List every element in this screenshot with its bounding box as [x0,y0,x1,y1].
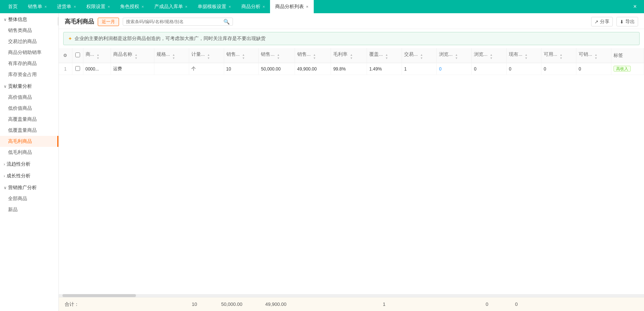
th-settings[interactable]: ⚙ [59,48,72,63]
close-inbound-tab[interactable]: × [185,4,187,9]
table-row: 1 0000... 运费 个 10 50,000.00 49,900.00 99… [59,63,644,75]
sidebar: 《 ∨ 整体信息 销售类商品 交易过的商品 商品分销助销率 有库存的商品 库存资… [0,13,59,311]
top-nav: 首页 销售单 × 进货单 × 权限设置 × 角色授权 × 产成品入库单 × 单据… [0,0,644,13]
sidebar-item-distribution-rate[interactable]: 商品分销助销率 [0,47,58,58]
nav-purchase[interactable]: 进货单 × [52,0,81,13]
th-sale-amount[interactable]: 销售... ▲▼ [259,48,295,63]
arrow-icon-3: › [4,162,5,166]
row-view1[interactable]: 0 [437,63,472,75]
search-icon[interactable]: 🔍 [223,19,230,25]
nav-home[interactable]: 首页 [3,0,23,13]
row-checkbox-cell[interactable] [72,63,83,75]
filter-date-button[interactable]: 近一月 [98,18,119,26]
th-tag[interactable]: 标签 [611,48,644,63]
select-all-checkbox[interactable] [75,53,80,57]
info-icon: ✦ [68,36,72,41]
export-button[interactable]: ⬇ 导出 [616,17,638,26]
row-sellable: 0 [576,63,611,75]
th-current-stock[interactable]: 现有... ▲▼ [507,48,542,63]
row-view2: 0 [472,63,507,75]
sidebar-group-marketing[interactable]: ∨ 营销推广分析 [0,181,58,193]
content-area: 高毛利商品 近一月 🔍 ↗ 分享 ⬇ 导出 ✦ 企业的主要的利润都是这部分商品创… [59,13,644,311]
nav-goods-analysis[interactable]: 商品分析 × [236,0,270,13]
row-checkbox[interactable] [75,66,80,71]
window-close-button[interactable]: × [629,3,641,10]
tag-badge: 高收入 [614,66,631,72]
th-sellable[interactable]: 可销... ▲▼ [576,48,611,63]
sidebar-item-low-margin[interactable]: 低毛利商品 [0,147,58,158]
sidebar-section-overview: ∨ 整体信息 销售类商品 交易过的商品 商品分销助销率 有库存的商品 库存资金占… [0,13,58,80]
close-goods-list-tab[interactable]: × [306,4,308,9]
table-container[interactable]: ⚙ 商... ▲▼ 商品名称 ▲▼ 规格... ▲▼ [59,48,644,311]
sidebar-group-contribution[interactable]: ∨ 贡献量分析 [0,80,58,92]
th-code[interactable]: 商... ▲▼ [83,48,111,63]
row-sale-count: 10 [224,63,259,75]
sidebar-item-all-goods[interactable]: 全部商品 [0,193,58,204]
th-view1[interactable]: 浏览... ▲▼ [437,48,472,63]
arrow-icon: ∨ [4,17,7,22]
close-role-tab[interactable]: × [141,4,144,9]
share-icon: ↗ [594,19,598,25]
nav-inbound[interactable]: 产成品入库单 × [149,0,193,13]
th-name[interactable]: 商品名称 ▲▼ [111,48,154,63]
row-transaction: 1 [402,63,437,75]
search-box: 🔍 [123,18,233,26]
sidebar-group-growth[interactable]: › 成长性分析 [0,170,58,181]
footer-label: 合计： [65,301,190,308]
search-input[interactable] [126,19,223,24]
row-code: 0000... [83,63,111,75]
header-actions: ↗ 分享 ⬇ 导出 [591,17,638,26]
nav-goods-analysis-list[interactable]: 商品分析列表 × [270,0,313,13]
share-button[interactable]: ↗ 分享 [591,17,613,26]
close-purchase-tab[interactable]: × [73,4,76,9]
th-transaction[interactable]: 交易... ▲▼ [402,48,437,63]
th-gross-margin[interactable]: 毛利率 ▲▼ [331,48,367,63]
close-sales-tab[interactable]: × [44,4,47,9]
sidebar-collapse-button[interactable]: 《 [58,17,59,26]
sidebar-item-high-coverage[interactable]: 高覆盖量商品 [0,114,58,125]
sidebar-item-new-goods[interactable]: 新品 [0,204,58,215]
horizontal-scrollbar[interactable] [59,294,644,297]
scrollbar-thumb[interactable] [62,294,136,297]
th-available[interactable]: 可用... ▲▼ [542,48,576,63]
data-table: ⚙ 商... ▲▼ 商品名称 ▲▼ 规格... ▲▼ [59,48,644,75]
sidebar-group-trend[interactable]: › 流趋性分析 [0,158,58,170]
th-unit[interactable]: 计量... ▲▼ [189,48,224,63]
row-sale-profit: 49,900.00 [295,63,331,75]
th-view2[interactable]: 浏览... ▲▼ [472,48,507,63]
sidebar-item-sales-goods[interactable]: 销售类商品 [0,25,58,36]
close-permission-tab[interactable]: × [108,4,110,9]
sidebar-item-traded-goods[interactable]: 交易过的商品 [0,36,58,47]
nav-permission[interactable]: 权限设置 × [81,0,115,13]
row-num: 1 [59,63,72,75]
page-title: 高毛利商品 [65,18,94,26]
sidebar-group-overview[interactable]: ∨ 整体信息 [0,13,58,25]
sidebar-item-in-stock[interactable]: 有库存的商品 [0,58,58,69]
th-coverage[interactable]: 覆盖... ▲▼ [367,48,402,63]
nav-sales[interactable]: 销售单 × [23,0,52,13]
row-current-stock: 0 [507,63,542,75]
nav-template[interactable]: 单据模板设置 × [193,0,236,13]
close-goods-analysis-tab[interactable]: × [263,4,265,9]
row-unit: 个 [189,63,224,75]
footer-summary: 合计： 10 50,000.00 49,900.00 1 0 0 [59,297,644,311]
sidebar-item-low-coverage[interactable]: 低覆盖量商品 [0,125,58,136]
th-checkbox[interactable] [72,48,83,63]
export-icon: ⬇ [620,19,624,25]
nav-role[interactable]: 角色授权 × [115,0,149,13]
th-spec[interactable]: 规格... ▲▼ [154,48,189,63]
sidebar-item-low-value[interactable]: 低价值商品 [0,103,58,114]
sidebar-section-trend: › 流趋性分析 [0,158,58,170]
arrow-icon-2: ∨ [4,84,7,89]
arrow-icon-4: › [4,174,5,178]
th-sale-profit[interactable]: 销售... ▲▼ [295,48,331,63]
sidebar-section-marketing: ∨ 营销推广分析 全部商品 新品 [0,181,58,215]
footer-sale-profit: 49,900.00 [263,301,307,307]
sidebar-item-high-margin[interactable]: 高毛利商品 [0,136,58,147]
row-name: 运费 [111,63,154,75]
sidebar-item-capital-usage[interactable]: 库存资金占用 [0,69,58,80]
close-template-tab[interactable]: × [229,4,231,9]
th-sale-count[interactable]: 销售... ▲▼ [224,48,259,63]
sidebar-item-high-value[interactable]: 高价值商品 [0,92,58,103]
arrow-icon-5: ∨ [4,185,7,190]
